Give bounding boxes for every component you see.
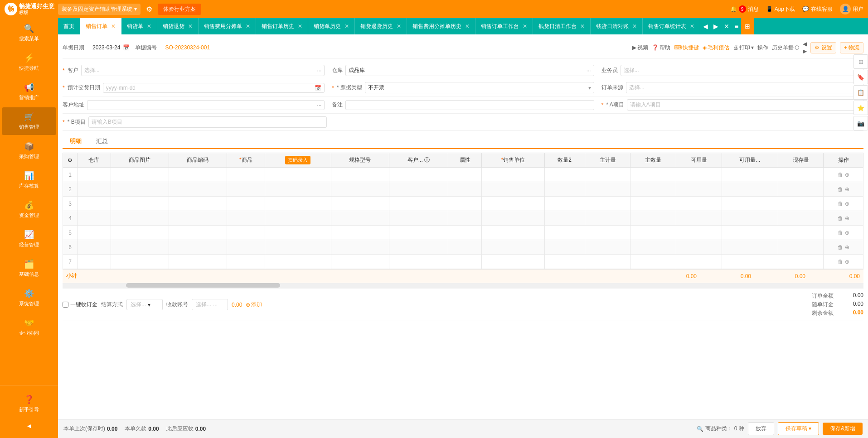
row-cell-3-13[interactable] xyxy=(676,197,722,211)
add-payment-button[interactable]: ⊕ 添加 xyxy=(246,301,262,308)
delete-row-3[interactable]: 🗑 xyxy=(838,201,843,207)
sidebar-item-enterprise[interactable]: 🤝 企业协同 xyxy=(2,313,56,341)
delete-row-4[interactable]: 🗑 xyxy=(838,215,843,221)
side-tool-1[interactable]: ⊞ xyxy=(853,54,868,69)
row-cell-2-15[interactable] xyxy=(778,182,824,197)
delete-row-2[interactable]: 🗑 xyxy=(838,186,843,193)
row-cell-3-10[interactable] xyxy=(544,197,585,211)
row-cell-6-10[interactable] xyxy=(544,240,585,255)
user-item[interactable]: 👤 用户 xyxy=(840,4,863,14)
row-cell-4-13[interactable] xyxy=(676,211,722,226)
row-cell-3-9[interactable] xyxy=(482,197,544,211)
row-cell-1-7[interactable] xyxy=(389,168,448,182)
add-logistics-button[interactable]: + 物流 xyxy=(840,42,863,53)
tab-sales-invoice-close[interactable]: ✕ xyxy=(147,23,151,29)
side-tool-5[interactable]: 📷 xyxy=(853,116,868,130)
customer-address-input[interactable]: ··· xyxy=(87,100,325,110)
bank-account-select[interactable]: 选择... ··· xyxy=(192,299,228,310)
row-cell-1-3[interactable] xyxy=(169,168,227,182)
row-cell-5-2[interactable] xyxy=(111,226,169,240)
setting-button[interactable]: ⚙ 设置 xyxy=(810,42,836,53)
settlement-select[interactable]: 选择... ▾ xyxy=(126,299,163,310)
row-cell-4-3[interactable] xyxy=(169,211,227,226)
row-cell-3-11[interactable] xyxy=(585,197,630,211)
row-cell-4-5[interactable] xyxy=(265,211,331,226)
row-cell-1-4[interactable] xyxy=(227,168,265,182)
row-cell-2-13[interactable] xyxy=(676,182,722,197)
row-cell-1-15[interactable] xyxy=(778,168,824,182)
side-tool-2[interactable]: 🔖 xyxy=(853,70,868,84)
help-button[interactable]: ❓ 帮助 xyxy=(652,44,670,52)
notification-item[interactable]: 🔔 9 消息 xyxy=(730,5,759,13)
delete-row-5[interactable]: 🗑 xyxy=(838,230,843,236)
row-cell-2-10[interactable] xyxy=(544,182,585,197)
row-cell-6-12[interactable] xyxy=(630,240,676,255)
tab-summary[interactable]: 汇总 xyxy=(89,135,115,148)
row-cell-5-9[interactable] xyxy=(482,226,544,240)
row-cell-2-6[interactable] xyxy=(331,182,389,197)
row-cell-6-11[interactable] xyxy=(585,240,630,255)
row-cell-6-1[interactable] xyxy=(78,240,111,255)
prev-record-button[interactable]: ◀ xyxy=(803,41,807,47)
sidebar-item-marketing[interactable]: 📢 营销推广 xyxy=(2,78,56,106)
app-download-item[interactable]: 📱 App下载 xyxy=(766,5,795,13)
row-cell-1-11[interactable] xyxy=(585,168,630,182)
row-cell-7-15[interactable] xyxy=(778,255,824,269)
delete-row-6[interactable]: 🗑 xyxy=(838,244,843,250)
row-cell-2-2[interactable] xyxy=(111,182,169,197)
save-new-button[interactable]: 保存&新增 xyxy=(823,423,863,435)
row-cell-3-5[interactable] xyxy=(265,197,331,211)
row-cell-7-9[interactable] xyxy=(482,255,544,269)
row-cell-5-6[interactable] xyxy=(331,226,389,240)
row-cell-6-13[interactable] xyxy=(676,240,722,255)
tab-cash-reconcile-close[interactable]: ✕ xyxy=(632,23,637,29)
row-cell-1-6[interactable] xyxy=(331,168,389,182)
tab-maximize-button[interactable]: ⊞ xyxy=(741,18,754,34)
row-cell-4-7[interactable] xyxy=(389,211,448,226)
a-project-input[interactable]: 请输入A项目 xyxy=(627,99,863,111)
row-cell-3-1[interactable] xyxy=(78,197,111,211)
save-draft-button[interactable]: 保存草稿 ▾ xyxy=(778,422,819,435)
shortcut-button[interactable]: ⌨ 快捷键 xyxy=(674,44,699,52)
print-button[interactable]: 🖨 打印 ▾ xyxy=(733,44,754,52)
sidebar-item-inventory[interactable]: 📊 库存核算 xyxy=(2,166,56,194)
delivery-date-input[interactable]: yyyy-mm-dd 📅 xyxy=(103,83,325,93)
row-cell-5-1[interactable] xyxy=(78,226,111,240)
row-cell-3-4[interactable] xyxy=(227,197,265,211)
copy-row-7[interactable]: ⊕ xyxy=(845,259,849,265)
row-cell-7-1[interactable] xyxy=(78,255,111,269)
row-cell-7-10[interactable] xyxy=(544,255,585,269)
row-cell-6-6[interactable] xyxy=(331,240,389,255)
history-button[interactable]: 历史单据 ⬡ xyxy=(772,44,799,52)
row-cell-5-3[interactable] xyxy=(169,226,227,240)
delete-row-7[interactable]: 🗑 xyxy=(838,259,843,265)
row-cell-6-5[interactable] xyxy=(265,240,331,255)
sidebar-item-search[interactable]: 🔍 搜索菜单 xyxy=(2,19,56,47)
row-cell-1-13[interactable] xyxy=(676,168,722,182)
tab-order-workbench[interactable]: 销售订单工作台 ✕ xyxy=(475,18,533,34)
row-cell-6-9[interactable] xyxy=(482,240,544,255)
tab-fee-hist[interactable]: 销售费用分摊单历史 ✕ xyxy=(407,18,475,34)
tab-sales-order-close[interactable]: ✕ xyxy=(111,23,116,29)
row-cell-4-15[interactable] xyxy=(778,211,824,226)
sidebar-item-system[interactable]: ⚙️ 系统管理 xyxy=(2,284,56,312)
tab-sales-order[interactable]: 销售订单 ✕ xyxy=(80,18,121,34)
row-cell-3-2[interactable] xyxy=(111,197,169,211)
row-cell-4-1[interactable] xyxy=(78,211,111,226)
tab-sales-return[interactable]: 销货退货 ✕ xyxy=(157,18,199,34)
row-cell-4-4[interactable] xyxy=(227,211,265,226)
row-cell-6-4[interactable] xyxy=(227,240,265,255)
row-cell-5-12[interactable] xyxy=(630,226,676,240)
th-scan[interactable]: 扫码录入 xyxy=(265,153,331,168)
row-cell-6-8[interactable] xyxy=(448,240,482,255)
row-cell-3-14[interactable] xyxy=(722,197,778,211)
staff-input[interactable]: 选择... ··· xyxy=(621,65,863,76)
row-cell-7-14[interactable] xyxy=(722,255,778,269)
row-cell-5-11[interactable] xyxy=(585,226,630,240)
row-cell-4-10[interactable] xyxy=(544,211,585,226)
tab-prev-button[interactable]: ◀ xyxy=(700,18,711,34)
row-cell-7-2[interactable] xyxy=(111,255,169,269)
row-cell-5-8[interactable] xyxy=(448,226,482,240)
tab-order-workbench-close[interactable]: ✕ xyxy=(523,23,527,29)
scan-btn[interactable]: 扫码录入 xyxy=(285,156,310,164)
